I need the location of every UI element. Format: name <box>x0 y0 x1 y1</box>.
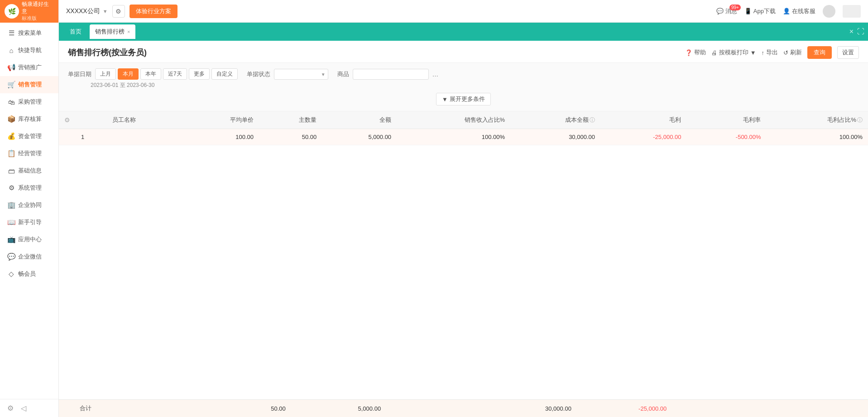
sidebar-item-guide[interactable]: 📖 新手引导 <box>0 214 58 231</box>
marketing-icon: 📢 <box>7 63 15 72</box>
tab-home[interactable]: 首页 <box>62 23 89 41</box>
sidebar-item-label: 企业微信 <box>18 253 42 261</box>
footer-gross: -25,000.00 <box>577 405 672 412</box>
th-name: 员工名称 <box>107 111 183 129</box>
sidebar-item-label: 新手引导 <box>18 218 42 226</box>
gross-pct-help-icon[interactable]: ⓘ <box>857 116 863 124</box>
th-gross-rate: 毛利率 <box>686 111 766 129</box>
sidebar-item-search[interactable]: ☰ 搜索菜单 <box>0 24 58 42</box>
footer-cost-amount: 30,000.00 <box>482 405 577 412</box>
sidebar-item-system[interactable]: ⚙ 系统管理 <box>0 179 58 197</box>
tab-maximize-icon[interactable]: ⛶ <box>857 28 864 36</box>
purchase-icon: 🛍 <box>7 98 15 106</box>
date-year-btn[interactable]: 本年 <box>140 68 161 80</box>
filter-bar: 单据日期 上月 本月 本年 近7天 更多 自定义 单据状态 <box>59 63 868 111</box>
finance-icon: 💰 <box>7 132 15 140</box>
date-custom-btn[interactable]: 自定义 <box>211 68 238 80</box>
refresh-btn[interactable]: ↺ 刷新 <box>783 48 802 57</box>
td-settings <box>59 129 76 145</box>
date-7days-btn[interactable]: 近7天 <box>163 68 187 80</box>
sidebar-item-appcenter[interactable]: 📺 应用中心 <box>0 231 58 248</box>
appcenter-icon: 📺 <box>7 235 15 244</box>
query-btn[interactable]: 查询 <box>807 46 832 59</box>
sidebar-item-label: 经营管理 <box>18 149 42 158</box>
sidebar-item-label: 应用中心 <box>18 235 42 244</box>
data-table: ⚙ 员工名称 平均单价 主数量 全额 销售收入占比% 成本全额ⓘ 毛利 毛利率 <box>59 111 868 145</box>
company-selector[interactable]: XXXXX公司 ▼ <box>66 7 108 15</box>
tab-minimize-icon[interactable]: × <box>849 28 854 36</box>
home-icon: ⌂ <box>7 47 15 54</box>
expand-icon: ▼ <box>442 96 448 103</box>
expand-more-btn[interactable]: ▼ 展开更多条件 <box>436 93 491 105</box>
table-header-row: ⚙ 员工名称 平均单价 主数量 全额 销售收入占比% 成本全额ⓘ 毛利 毛利率 <box>59 111 868 129</box>
goods-input[interactable] <box>353 69 429 80</box>
print-icon: 🖨 <box>711 49 717 56</box>
sidebar-item-purchase[interactable]: 🛍 采购管理 <box>0 93 58 110</box>
date-range-display: 2023-06-01 至 2023-06-30 <box>68 81 859 89</box>
inventory-icon: 📦 <box>7 115 15 123</box>
date-filter: 单据日期 上月 本月 本年 近7天 更多 自定义 <box>68 68 238 80</box>
cost-help-icon[interactable]: ⓘ <box>590 116 595 124</box>
sidebar-item-inventory[interactable]: 📦 库存核算 <box>0 110 58 128</box>
sidebar-collapse-icon[interactable]: ◁ <box>21 404 26 412</box>
footer-gross-rate <box>672 405 767 412</box>
th-cost-amount: 成本全额ⓘ <box>510 111 600 129</box>
print-label: 按模板打印 <box>719 48 748 57</box>
settings-btn[interactable]: 设置 <box>837 46 859 59</box>
th-main-qty: 主数量 <box>259 111 322 129</box>
status-select[interactable] <box>274 69 328 80</box>
sidebar-item-finance[interactable]: 💰 资金管理 <box>0 128 58 145</box>
footer-label: 合计 <box>64 404 101 412</box>
sidebar-item-basicinfo[interactable]: 🗃 基础信息 <box>0 162 58 179</box>
tab-home-label: 首页 <box>70 28 82 36</box>
online-service-btn[interactable]: 👤 在线客服 <box>783 7 815 15</box>
tab-sales-ranking[interactable]: 销售排行榜 × <box>90 24 135 39</box>
date-current-btn[interactable]: 本月 <box>118 68 139 80</box>
help-icon: ❓ <box>685 49 692 56</box>
header-settings-btn[interactable]: ⚙ <box>112 5 125 18</box>
table-settings-icon[interactable]: ⚙ <box>64 116 70 124</box>
date-more-btn[interactable]: 更多 <box>189 68 210 80</box>
date-prev-btn[interactable]: 上月 <box>95 68 116 80</box>
sidebar-item-marketing[interactable]: 📢 营销推广 <box>0 59 58 76</box>
goods-more-icon[interactable]: ... <box>432 70 438 78</box>
message-btn[interactable]: 💬 消息 99+ <box>716 7 737 15</box>
sidebar-item-enterprise[interactable]: 🏢 企业协同 <box>0 197 58 214</box>
page-title: 销售排行榜(按业务员) <box>68 47 685 58</box>
tab-close-icon[interactable]: × <box>127 29 130 34</box>
date-group: 上月 本月 本年 近7天 更多 自定义 <box>95 68 238 80</box>
th-amount: 全额 <box>322 111 397 129</box>
sidebar-item-operation[interactable]: 📋 经营管理 <box>0 145 58 162</box>
sidebar-settings-icon[interactable]: ⚙ <box>7 404 14 412</box>
logo-icon: 🌿 <box>5 4 19 19</box>
trial-btn[interactable]: 体验行业方案 <box>129 5 177 18</box>
sidebar-item-label: 销售管理 <box>18 81 42 89</box>
sidebar-item-member[interactable]: ◇ 畅会员 <box>0 265 58 283</box>
expand-label: 展开更多条件 <box>450 95 485 103</box>
sidebar-item-quicknav[interactable]: ⌂ 快捷导航 <box>0 42 58 59</box>
online-service-label: 在线客服 <box>792 7 815 15</box>
date-filter-label: 单据日期 <box>68 70 91 78</box>
message-icon: 💬 <box>716 8 724 14</box>
basicinfo-icon: 🗃 <box>7 167 15 175</box>
table-footer: 合计 50.00 5,000.00 30,000.00 -25,000.00 <box>59 399 868 417</box>
export-btn[interactable]: ↑ 导出 <box>762 48 778 57</box>
status-filter-label: 单据状态 <box>247 70 270 78</box>
member-icon: ◇ <box>7 270 15 278</box>
sidebar-item-sales[interactable]: 🛒 销售管理 <box>0 76 58 93</box>
td-avg-price: 100.00 <box>183 129 259 145</box>
status-filter: 单据状态 ▼ <box>247 69 328 80</box>
td-cost-amount: 30,000.00 <box>510 129 600 145</box>
help-btn[interactable]: ❓ 帮助 <box>685 48 706 57</box>
avatar[interactable] <box>823 5 835 18</box>
app-download-btn[interactable]: 📱 App下载 <box>744 7 776 15</box>
sidebar: 🌿 畅康通好生意 标准版 ☰ 搜索菜单 ⌂ 快捷导航 📢 营销推广 🛒 销售管理… <box>0 0 59 417</box>
sidebar-item-wechat[interactable]: 💬 企业微信 <box>0 248 58 265</box>
online-service-icon: 👤 <box>783 8 790 14</box>
td-sales-pct: 100.00% <box>397 129 510 145</box>
print-btn[interactable]: 🖨 按模板打印 ▼ <box>711 48 756 57</box>
sidebar-item-label: 基础信息 <box>18 167 42 175</box>
header-right-actions: 💬 消息 99+ 📱 App下载 👤 在线客服 <box>716 5 861 18</box>
sidebar-item-label: 企业协同 <box>18 201 42 209</box>
company-name: XXXXX公司 <box>66 7 100 15</box>
